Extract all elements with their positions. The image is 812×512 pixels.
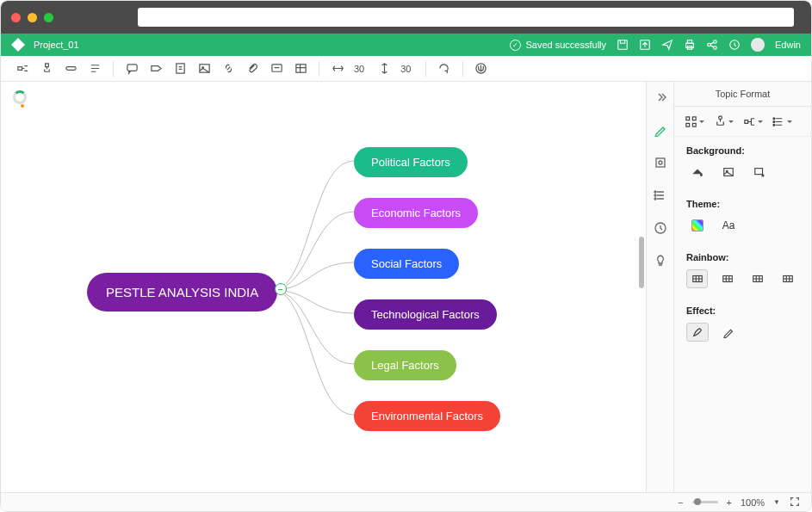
idea-tab-icon[interactable] xyxy=(652,252,669,269)
view-tab-icon[interactable] xyxy=(652,154,669,171)
fullscreen-icon[interactable] xyxy=(789,496,801,509)
table-icon[interactable] xyxy=(291,59,310,78)
child-node-3[interactable]: Technological Factors xyxy=(354,299,497,330)
effect-hand-icon[interactable] xyxy=(686,323,709,342)
status-text: Saved successfully xyxy=(525,40,606,50)
structure-3-icon[interactable] xyxy=(741,112,764,131)
rainbow-opt-2[interactable] xyxy=(716,269,738,288)
close-window-icon[interactable] xyxy=(11,13,21,22)
print-icon[interactable] xyxy=(684,39,696,51)
chat-icon[interactable] xyxy=(122,59,141,78)
collapse-toggle[interactable]: − xyxy=(275,283,287,295)
mindmap: PESTLE ANALYSIS INDIA − Political Factor… xyxy=(87,142,518,469)
root-node[interactable]: PESTLE ANALYSIS INDIA xyxy=(87,273,277,312)
structure-4-icon[interactable] xyxy=(771,112,793,131)
canvas[interactable]: PESTLE ANALYSIS INDIA − Political Factor… xyxy=(1,82,646,492)
structure-1-icon[interactable] xyxy=(683,112,705,131)
width-value: 30 xyxy=(354,64,364,74)
child-node-4[interactable]: Legal Factors xyxy=(354,350,456,380)
scrollbar-thumb[interactable] xyxy=(639,237,644,288)
theme-font-button[interactable]: Aa xyxy=(717,216,740,235)
svg-point-21 xyxy=(654,191,656,193)
history-icon[interactable] xyxy=(728,39,741,51)
outline-tab-icon[interactable] xyxy=(652,187,669,204)
svg-point-32 xyxy=(772,120,774,122)
minimize-window-icon[interactable] xyxy=(28,13,37,22)
zoom-slider[interactable] xyxy=(692,501,718,503)
structure-2-icon[interactable] xyxy=(712,112,735,131)
svg-point-31 xyxy=(772,117,774,119)
svg-rect-25 xyxy=(685,116,689,120)
note-icon[interactable] xyxy=(170,59,189,78)
send-icon[interactable] xyxy=(661,39,673,51)
svg-point-33 xyxy=(772,124,774,126)
svg-point-7 xyxy=(714,46,717,50)
child-node-1[interactable]: Economic Factors xyxy=(354,198,478,228)
layout-4-icon[interactable] xyxy=(85,59,104,78)
child-node-2[interactable]: Social Factors xyxy=(354,249,459,279)
side-tabs xyxy=(646,82,673,492)
svg-point-23 xyxy=(654,198,656,200)
svg-point-6 xyxy=(714,40,717,44)
save-icon[interactable] xyxy=(617,39,629,51)
height-icon[interactable] xyxy=(375,59,394,78)
link-icon[interactable] xyxy=(219,59,238,78)
project-name: Project_01 xyxy=(34,40,79,50)
svg-rect-12 xyxy=(127,65,136,71)
zoom-dropdown-icon[interactable]: ▼ xyxy=(773,498,780,506)
format-panel: Topic Format Background: Theme: Aa Rainb… xyxy=(673,82,811,492)
svg-rect-9 xyxy=(17,67,22,71)
image-icon[interactable] xyxy=(195,59,214,78)
save-status: ✓ Saved successfully xyxy=(510,40,606,51)
bg-fill-icon[interactable] xyxy=(686,163,709,182)
share-icon[interactable] xyxy=(706,39,718,51)
svg-rect-17 xyxy=(295,65,305,72)
check-icon: ✓ xyxy=(510,40,521,51)
svg-rect-10 xyxy=(45,64,48,67)
zoom-value[interactable]: 100% xyxy=(741,497,765,508)
svg-rect-19 xyxy=(656,158,665,167)
psi-icon[interactable] xyxy=(472,59,491,78)
svg-rect-28 xyxy=(692,123,696,126)
svg-rect-30 xyxy=(744,120,747,123)
url-bar[interactable] xyxy=(138,8,794,27)
layout-2-icon[interactable] xyxy=(37,59,56,78)
rainbow-opt-3[interactable] xyxy=(747,269,769,288)
collapse-panel-icon[interactable] xyxy=(652,89,669,106)
attach-icon[interactable] xyxy=(243,59,262,78)
svg-point-5 xyxy=(708,43,711,46)
history-tab-icon[interactable] xyxy=(652,219,669,237)
rainbow-label: Rainbow: xyxy=(686,252,799,262)
presence-icon xyxy=(13,90,28,106)
window-titlebar xyxy=(1,1,811,34)
bg-image-icon[interactable] xyxy=(717,163,740,182)
user-avatar-icon[interactable] xyxy=(751,38,765,52)
height-value: 30 xyxy=(400,64,411,74)
zoom-out-icon[interactable]: − xyxy=(678,497,683,508)
child-node-5[interactable]: Environmental Factors xyxy=(354,401,500,431)
zoom-in-icon[interactable]: + xyxy=(727,497,732,508)
effect-pen-icon[interactable] xyxy=(717,323,740,342)
rainbow-opt-1[interactable] xyxy=(686,269,708,288)
comment-icon[interactable] xyxy=(267,59,286,78)
format-tab-icon[interactable] xyxy=(652,121,669,139)
toolbar: 30 30 xyxy=(1,56,811,82)
maximize-window-icon[interactable] xyxy=(44,13,53,22)
refresh-icon[interactable] xyxy=(435,59,454,78)
tag-icon[interactable] xyxy=(146,59,165,78)
width-icon[interactable] xyxy=(328,59,347,78)
panel-title: Topic Format xyxy=(674,82,811,107)
effect-label: Effect: xyxy=(686,305,799,316)
background-label: Background: xyxy=(686,145,799,156)
app-logo-icon xyxy=(11,38,25,52)
app-bar: Project_01 ✓ Saved successfully Edwin xyxy=(1,34,811,56)
layout-3-icon[interactable] xyxy=(61,59,80,78)
theme-color-icon[interactable] xyxy=(686,216,709,235)
child-node-0[interactable]: Political Factors xyxy=(354,147,468,177)
svg-rect-11 xyxy=(65,67,75,71)
bg-remove-icon[interactable] xyxy=(748,163,771,182)
rainbow-opt-4[interactable] xyxy=(778,269,799,288)
export-icon[interactable] xyxy=(639,39,651,51)
layout-1-icon[interactable] xyxy=(13,59,32,78)
svg-point-29 xyxy=(718,115,722,119)
